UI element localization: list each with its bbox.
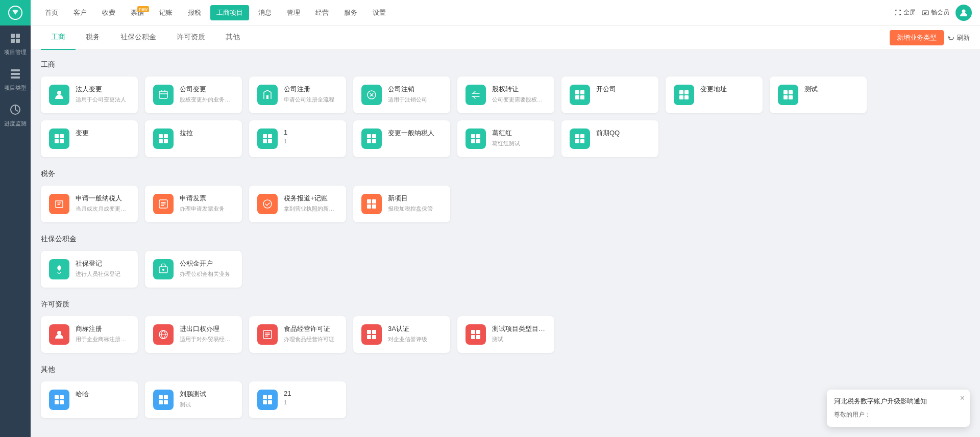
nav-home[interactable]: 首页 — [39, 5, 64, 20]
sidebar-item-project-manage[interactable]: 项目管理 — [0, 25, 31, 61]
tab-actions: 新增业务类型 刷新 — [890, 30, 970, 45]
card-desc-liupeng-test: 测试 — [180, 401, 234, 408]
notification-close-button[interactable]: × — [960, 394, 965, 403]
nav-billing[interactable]: 收费 — [96, 5, 121, 20]
card-3a-cert[interactable]: 3A认证 对企业信誉评级 — [353, 316, 450, 353]
refresh-button[interactable]: 刷新 — [948, 33, 970, 42]
card-fund-account[interactable]: 公积金开户 办理公积金相关业务 — [145, 251, 242, 288]
card-icon-equity-transfer — [465, 85, 486, 105]
nav-manage[interactable]: 管理 — [281, 5, 306, 20]
card-desc-apply-taxpayer: 当月或次月成变更完成 — [76, 205, 130, 213]
card-mohong[interactable]: 葛红红 葛红红测试 — [457, 120, 554, 157]
card-desc-mohong: 葛红红测试 — [492, 140, 546, 147]
project-manage-icon — [8, 31, 23, 46]
card-import-export[interactable]: 进出口权办理 适用于对外贸易经营者 — [145, 316, 242, 353]
card-apply-taxpayer[interactable]: 申请一般纳税人 当月或次月成变更完成 — [41, 186, 138, 222]
svg-point-10 — [962, 9, 966, 13]
svg-rect-4 — [16, 39, 20, 43]
sidebar-item-progress-monitor[interactable]: 进度监测 — [0, 97, 31, 133]
card-test1[interactable]: 测试 — [770, 76, 867, 113]
card-title-tax-report: 税务报道+记账 — [284, 194, 338, 203]
card-change1[interactable]: 变更 — [41, 120, 138, 157]
svg-rect-74 — [159, 395, 163, 399]
tab-shebao[interactable]: 社保公积金 — [110, 25, 166, 50]
card-haha[interactable]: 哈哈 — [41, 381, 138, 418]
nav-setting[interactable]: 设置 — [366, 5, 392, 20]
card-tax-report[interactable]: 税务报道+记账 拿到营业执照的新公司 — [249, 186, 346, 222]
sidebar-logo[interactable] — [0, 0, 31, 25]
card-change-address[interactable]: 变更地址 — [666, 76, 763, 113]
card-num1[interactable]: 1 1 — [249, 120, 346, 157]
card-lala[interactable]: 拉拉 — [145, 120, 242, 157]
user-avatar[interactable] — [955, 5, 972, 21]
svg-rect-41 — [367, 139, 371, 143]
card-title-legal-change: 法人变更 — [76, 85, 130, 94]
card-trademark[interactable]: 商标注册 用于企业商标注册服务 — [41, 316, 138, 353]
member-icon — [922, 9, 929, 16]
main-scroll[interactable]: 工商 法人变更 适用于公司变更法人 公司变更 — [31, 50, 980, 437]
card-open-company[interactable]: 开公司 — [561, 76, 658, 113]
card-qqprev[interactable]: 前期QQ — [561, 120, 658, 157]
card-test-type[interactable]: 测试项目类型目定义 测试 — [457, 316, 554, 353]
svg-rect-39 — [367, 134, 371, 138]
card-title-food-license: 食品经营许可证 — [284, 324, 338, 333]
svg-rect-44 — [476, 134, 480, 138]
member-btn[interactable]: 畅会员 — [922, 8, 949, 17]
nav-service[interactable]: 服务 — [338, 5, 363, 20]
svg-rect-46 — [476, 139, 480, 143]
nav-tax[interactable]: 报税 — [182, 5, 207, 20]
page: 工商 税务 社保公积金 许可资质 其他 新增业务类型 刷新 工商 — [31, 25, 980, 437]
svg-rect-70 — [55, 395, 59, 399]
svg-rect-49 — [575, 139, 579, 143]
fullscreen-icon — [894, 9, 901, 16]
new-type-button[interactable]: 新增业务类型 — [890, 30, 944, 45]
tab-xuke[interactable]: 许可资质 — [166, 25, 215, 50]
card-icon-legal-change — [49, 85, 69, 105]
svg-rect-12 — [159, 91, 167, 98]
svg-rect-25 — [783, 95, 788, 99]
sidebar-item-project-type[interactable]: 项目类型 — [0, 61, 31, 97]
card-title-qqprev: 前期QQ — [596, 128, 650, 138]
card-desc-company-cancel: 适用于注销公司 — [388, 96, 442, 104]
card-social-register[interactable]: 社保登记 进行人员社保登记 — [41, 251, 138, 288]
card-num21[interactable]: 21 1 — [249, 381, 346, 418]
card-icon-fund-account — [153, 259, 174, 279]
svg-rect-3 — [11, 39, 15, 43]
card-new-project[interactable]: 新项目 报税加税控盘保管 — [353, 186, 450, 222]
nav-accounting[interactable]: 记账 — [153, 5, 179, 20]
card-apply-invoice[interactable]: 申请发票 办理申请发票业务 — [145, 186, 242, 222]
nav-message[interactable]: 消息 — [252, 5, 278, 20]
card-title-apply-invoice: 申请发票 — [180, 194, 234, 203]
sidebar-item-label: 项目类型 — [4, 84, 27, 92]
nav-ticket[interactable]: 票据 new — [125, 5, 150, 20]
card-change-taxpayer[interactable]: 变更一般纳税人 — [353, 120, 450, 157]
fullscreen-btn[interactable]: 全屏 — [894, 8, 916, 17]
navbar-right: 全屏 畅会员 — [894, 5, 972, 21]
card-icon-company-cancel — [361, 85, 382, 105]
nav-business[interactable]: 工商项目 — [210, 5, 249, 20]
card-desc-fund-account: 办理公积金相关业务 — [180, 270, 234, 278]
svg-rect-55 — [367, 204, 371, 209]
svg-point-58 — [162, 269, 164, 271]
card-liupeng-test[interactable]: 刘鹏测试 测试 — [145, 381, 242, 418]
card-desc-num1: 1 — [284, 138, 338, 144]
card-desc-legal-change: 适用于公司变更法人 — [76, 96, 130, 104]
card-desc-equity-transfer: 公司变更需要股权转让 — [492, 96, 546, 104]
card-company-cancel[interactable]: 公司注销 适用于注销公司 — [353, 76, 450, 113]
card-food-license[interactable]: 食品经营许可证 办理食品经营许可证 — [249, 316, 346, 353]
card-icon-food-license — [257, 324, 278, 345]
tab-gongshang[interactable]: 工商 — [41, 25, 76, 50]
card-icon-change1 — [49, 128, 69, 149]
card-equity-transfer[interactable]: 股权转让 公司变更需要股权转让 — [457, 76, 554, 113]
nav-customer[interactable]: 客户 — [67, 5, 93, 20]
tab-qita[interactable]: 其他 — [215, 25, 250, 50]
card-icon-new-project — [361, 194, 382, 214]
svg-rect-54 — [372, 199, 376, 203]
card-company-change[interactable]: 公司变更 股权变更外的业务变更 — [145, 76, 242, 113]
tab-shuiwu[interactable]: 税务 — [76, 25, 110, 50]
nav-operation[interactable]: 经营 — [309, 5, 335, 20]
card-company-register[interactable]: 公司注册 申请公司注册全流程 — [249, 76, 346, 113]
card-legal-change[interactable]: 法人变更 适用于公司变更法人 — [41, 76, 138, 113]
svg-rect-21 — [679, 95, 683, 99]
card-icon-test1 — [778, 85, 798, 105]
